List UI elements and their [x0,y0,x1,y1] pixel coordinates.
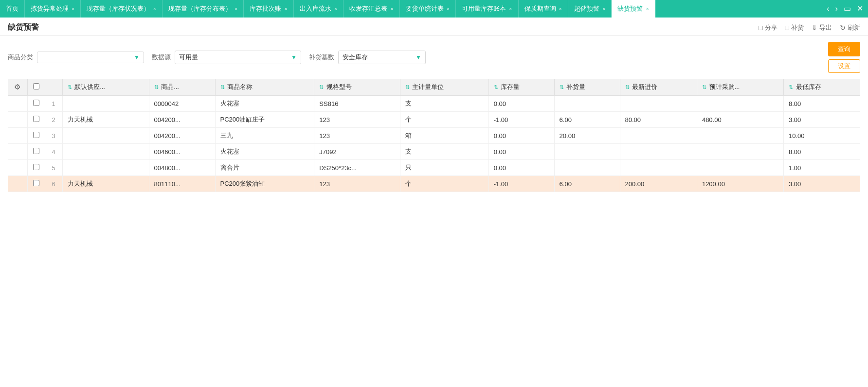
row-checkbox-cell[interactable] [27,144,45,160]
close-icon[interactable]: × [334,6,337,12]
row-min-stock: 8.00 [783,144,860,160]
row-settings [8,160,27,176]
tab-current-stock-dist[interactable]: 现存量（库存分布表） × [163,0,244,18]
close-icon[interactable]: × [72,6,74,12]
category-select[interactable]: ▼ [37,52,144,63]
close-icon[interactable]: × [153,6,156,12]
close-icon[interactable]: × [447,6,450,12]
col-min-stock-header[interactable]: ⇅ 最低库存 [783,79,860,96]
row-latest-price [620,144,697,160]
tab-demand-stats[interactable]: 要货单统计表 × [400,0,456,18]
tab-restore-button[interactable]: ▭ [841,0,854,18]
row-checkbox-cell[interactable] [27,128,45,144]
row-checkbox[interactable] [33,148,39,154]
header-actions: □ 分享 □ 补货 ⇓ 导出 ↻ 刷新 [759,23,860,32]
row-spec: 123 [314,176,400,192]
page-title: 缺货预警 [8,22,759,33]
row-checkbox[interactable] [33,180,39,186]
close-icon[interactable]: × [284,6,287,12]
row-code: 0000042 [149,96,215,112]
row-checkbox[interactable] [33,132,39,138]
row-name: 火花塞 [215,144,314,160]
tab-home[interactable]: 首页 [0,0,25,18]
close-icon[interactable]: × [559,6,562,12]
tab-batch-account[interactable]: 库存批次账 × [244,0,293,18]
row-stock: 0.00 [488,96,554,112]
tab-receive-summary[interactable]: 收发存汇总表 × [344,0,399,18]
close-icon[interactable]: × [602,6,605,12]
row-stock: -1.00 [488,176,554,192]
export-button[interactable]: ⇓ 导出 [812,23,832,32]
row-supplier [62,96,149,112]
settings-button[interactable]: 设置 [828,59,860,73]
col-latest-price-header[interactable]: ⇅ 最新进价 [620,79,697,96]
base-value: 安全库存 [343,53,368,62]
close-icon[interactable]: × [235,6,237,12]
query-button[interactable]: 查询 [828,42,860,56]
row-replenish: 6.00 [554,112,620,128]
base-label: 补货基数 [309,53,334,62]
tab-prev-button[interactable]: ‹ [824,0,832,18]
row-stock: 0.00 [488,144,554,160]
base-select[interactable]: 安全库存 ▼ [338,51,426,64]
row-checkbox[interactable] [33,164,39,170]
row-min-stock: 8.00 [783,96,860,112]
row-est-purchase [697,144,783,160]
col-est-purchase-header[interactable]: ⇅ 预计采购... [697,79,783,96]
tab-next-button[interactable]: › [832,0,841,18]
close-icon[interactable]: × [390,6,393,12]
close-icon[interactable]: × [646,6,649,12]
sort-icon: ⇅ [789,84,793,90]
tab-overstock-warning[interactable]: 超储预警 × [568,0,612,18]
row-checkbox-cell[interactable] [27,96,45,112]
row-code: 801110... [149,176,215,192]
col-unit-header[interactable]: ⇅ 主计量单位 [400,79,488,96]
col-code-header[interactable]: ⇅ 商品... [149,79,215,96]
select-all-checkbox[interactable] [33,83,39,89]
row-name: 火花塞 [215,96,314,112]
share-button[interactable]: □ 分享 [759,23,777,32]
row-est-purchase [697,160,783,176]
col-supplier-header[interactable]: ⇅ 默认供应... [62,79,149,96]
gear-icon[interactable]: ⚙ [14,83,20,91]
row-min-stock: 3.00 [783,112,860,128]
row-num: 4 [45,144,62,160]
row-replenish: 6.00 [554,176,620,192]
row-checkbox[interactable] [33,116,39,122]
row-num: 1 [45,96,62,112]
refresh-button[interactable]: ↻ 刷新 [840,23,860,32]
row-est-purchase [697,96,783,112]
sort-icon: ⇅ [220,84,225,90]
table-area: ⚙ ⇅ 默认供应... ⇅ 商品... ⇅ [0,79,868,192]
col-settings-header[interactable]: ⚙ [8,79,27,96]
row-unit: 个 [400,112,488,128]
datasource-select[interactable]: 可用量 ▼ [175,51,301,64]
row-code: 004200... [149,128,215,144]
tab-expiry-query[interactable]: 保质期查询 × [519,0,568,18]
close-icon[interactable]: × [509,6,512,12]
col-name-header[interactable]: ⇅ 商品名称 [215,79,314,96]
replenish-icon: □ [785,24,789,32]
tab-pick-exception[interactable]: 拣货异常处理 × [25,0,81,18]
col-check-header[interactable] [27,79,45,96]
col-replenish-header[interactable]: ⇅ 补货量 [554,79,620,96]
replenish-button[interactable]: □ 补货 [785,23,804,32]
row-checkbox-cell[interactable] [27,112,45,128]
tab-inout-flow[interactable]: 出入库流水 × [294,0,344,18]
tab-close-button[interactable]: ✕ [854,0,866,18]
row-num: 6 [45,176,62,192]
row-checkbox[interactable] [33,100,39,106]
tab-current-stock-status[interactable]: 现存量（库存状况表） × [81,0,162,18]
col-stock-header[interactable]: ⇅ 库存量 [488,79,554,96]
row-checkbox-cell[interactable] [27,160,45,176]
row-latest-price: 80.00 [620,112,697,128]
row-code: 004200... [149,112,215,128]
tab-available-ledger[interactable]: 可用量库存账本 × [456,0,518,18]
sort-icon: ⇅ [405,84,410,90]
table-body: 1 0000042 火花塞 SS816 支 0.00 8.00 2 力天机械 0… [8,96,860,192]
row-checkbox-cell[interactable] [27,176,45,192]
category-filter-group: 商品分类 ▼ [8,52,144,63]
col-spec-header[interactable]: ⇅ 规格型号 [314,79,400,96]
tab-shortage-warning[interactable]: 缺货预警 × [612,0,655,18]
sort-icon: ⇅ [154,84,159,90]
